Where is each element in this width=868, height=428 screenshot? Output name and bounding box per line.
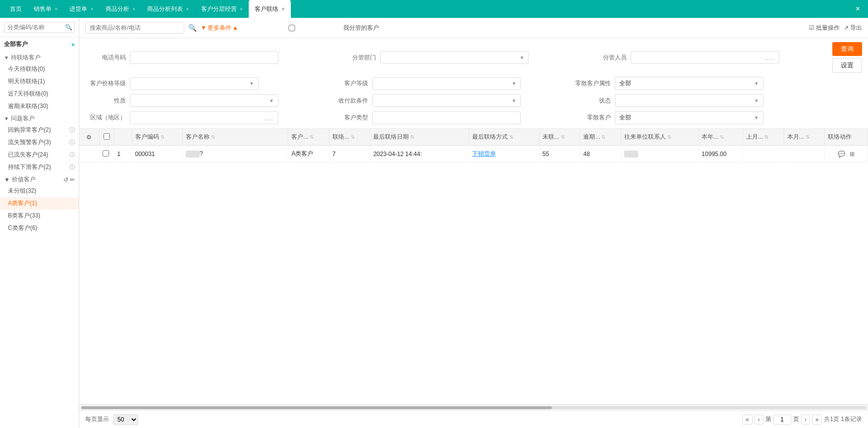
th-code[interactable]: 客户编码 ⇅ bbox=[132, 129, 182, 146]
status-dropdown[interactable]: ▼ bbox=[615, 94, 763, 107]
nav-customer-contact[interactable]: 客户联络 × bbox=[249, 0, 290, 18]
close-purchase-tab[interactable]: × bbox=[90, 0, 93, 18]
page-input[interactable] bbox=[773, 415, 791, 425]
close-customer-segment-tab[interactable]: × bbox=[240, 0, 243, 18]
group-pending-contact[interactable]: ▼ 待联络客户 bbox=[0, 52, 79, 63]
close-sales-tab[interactable]: × bbox=[54, 0, 57, 18]
th-settings[interactable]: ⚙ bbox=[79, 129, 99, 146]
select-all-checkbox[interactable] bbox=[104, 133, 110, 140]
sidebar-item-tomorrow[interactable]: 明天待联络(1) bbox=[0, 75, 79, 88]
td-checkbox[interactable] bbox=[99, 146, 114, 162]
grid-icon[interactable]: ⊞ bbox=[850, 151, 855, 158]
retail-attr-dropdown[interactable]: 全部 ▼ bbox=[615, 77, 763, 90]
export-btn[interactable]: ↗ 导出 bbox=[844, 24, 862, 32]
phone-input[interactable] bbox=[130, 51, 278, 64]
customer-level-dropdown[interactable]: ▼ bbox=[372, 77, 521, 90]
sidebar-item-ungrouped[interactable]: 未分组(32) bbox=[0, 185, 79, 197]
prev-page-btn[interactable]: ‹ bbox=[755, 415, 763, 425]
nav-product-analysis[interactable]: 商品分析 × bbox=[100, 0, 141, 18]
bulk-operation-btn[interactable]: ☑ 批量操作 bbox=[809, 24, 840, 32]
first-page-btn[interactable]: « bbox=[742, 415, 753, 425]
price-level-dropdown[interactable]: ▼ bbox=[130, 77, 259, 90]
my-customers-check[interactable]: 我分管的客户 bbox=[242, 24, 379, 32]
window-close-btn[interactable]: × bbox=[852, 4, 864, 13]
edit-icon[interactable]: ✏ bbox=[70, 176, 75, 183]
sidebar-item-7days[interactable]: 近7天待联络(0) bbox=[0, 88, 79, 100]
main-content: 🔍 ▼ 更多条件 ▲ 我分管的客户 ☑ 批量操作 ↗ 导出 bbox=[79, 18, 868, 428]
th-overdue[interactable]: 逾期... ⇅ bbox=[580, 129, 621, 146]
horizontal-scrollbar[interactable] bbox=[79, 404, 868, 410]
nav-sales[interactable]: 销售单 × bbox=[28, 0, 63, 18]
sidebar-item-class-b[interactable]: B类客户(33) bbox=[0, 210, 79, 222]
sort-type: ⇅ bbox=[310, 134, 314, 140]
sidebar-item-repurchase-abnormal[interactable]: 回购异常客户(2) ⓘ bbox=[0, 124, 79, 136]
more-filter-btn[interactable]: ▼ 更多条件 ▲ bbox=[201, 24, 238, 32]
info-churn-warning[interactable]: ⓘ bbox=[69, 139, 75, 146]
customer-type-input[interactable] bbox=[372, 111, 521, 124]
chat-icon[interactable]: 💬 bbox=[838, 151, 845, 158]
sidebar-item-class-a[interactable]: A类客户(1) bbox=[0, 197, 79, 210]
department-dropdown[interactable]: ▼ bbox=[380, 51, 529, 64]
settings-button[interactable]: 设置 bbox=[832, 58, 862, 73]
td-this-year: 10995.00 bbox=[699, 146, 743, 162]
gear-icon[interactable]: ⚙ bbox=[86, 134, 92, 141]
close-customer-contact-tab[interactable]: × bbox=[281, 0, 284, 18]
collapse-icon[interactable]: « bbox=[71, 41, 75, 48]
refresh-icon[interactable]: ↺ bbox=[63, 176, 68, 183]
sidebar-item-churn-warning[interactable]: 流失预警客户(3) ⓘ bbox=[0, 136, 79, 149]
th-name[interactable]: 客户名称 ⇅ bbox=[182, 129, 288, 146]
nav-home[interactable]: 首页 bbox=[4, 0, 28, 18]
th-uncontacted[interactable]: 未联... ⇅ bbox=[539, 129, 580, 146]
td-code: 000031 bbox=[132, 146, 182, 162]
th-this-month[interactable]: 本月... ⇅ bbox=[784, 129, 825, 146]
close-product-list-tab[interactable]: × bbox=[186, 0, 189, 18]
th-contact-count[interactable]: 联络... ⇅ bbox=[329, 129, 370, 146]
retail-customer-dropdown[interactable]: 全部 ▼ bbox=[615, 111, 763, 124]
arrow-value: ▼ bbox=[4, 176, 10, 183]
scroll-thumb[interactable] bbox=[81, 406, 552, 409]
td-last-contact-method[interactable]: 下销货单 bbox=[469, 146, 539, 162]
group-value-customers[interactable]: ▼ 价值客户 ↺ ✏ bbox=[0, 173, 79, 185]
sidebar-search-icon[interactable]: 🔍 bbox=[65, 24, 72, 31]
table-row: 1 000031 ? A类客户 7 2023-04-12 14:44: 下销货单… bbox=[79, 146, 868, 162]
info-repurchase[interactable]: ⓘ bbox=[69, 126, 75, 134]
th-last-contact-date[interactable]: 最后联络日期 ⇅ bbox=[370, 129, 469, 146]
th-last-contact-method[interactable]: 最后联络方式 ⇅ bbox=[469, 129, 539, 146]
info-declining[interactable]: ⓘ bbox=[69, 163, 75, 171]
th-this-year[interactable]: 本年... ⇅ bbox=[699, 129, 743, 146]
sidebar-item-overdue[interactable]: 逾期未联络(30) bbox=[0, 100, 79, 112]
last-page-btn[interactable]: » bbox=[812, 415, 822, 425]
contact-method-link[interactable]: 下销货单 bbox=[472, 150, 496, 157]
search-btn[interactable]: 🔍 bbox=[188, 24, 197, 32]
sidebar-item-class-c[interactable]: C类客户(6) bbox=[0, 222, 79, 234]
filter-customer-type: 客户类型 bbox=[327, 111, 560, 124]
person-input[interactable]: ... bbox=[631, 51, 779, 64]
th-last-month[interactable]: 上月... ⇅ bbox=[743, 129, 784, 146]
my-customers-checkbox[interactable] bbox=[242, 25, 341, 31]
arrow-pending: ▼ bbox=[4, 55, 9, 60]
close-product-analysis-tab[interactable]: × bbox=[132, 0, 135, 18]
group-problem-customers[interactable]: ▼ 问题客户 bbox=[0, 112, 79, 124]
region-input[interactable]: ... bbox=[130, 111, 278, 124]
search-input[interactable] bbox=[85, 22, 184, 34]
payment-dropdown[interactable]: ▼ bbox=[372, 94, 521, 107]
query-button[interactable]: 查询 bbox=[832, 42, 862, 56]
page-size-select[interactable]: 50 100 200 bbox=[113, 414, 138, 425]
nav-product-list[interactable]: 商品分析列表 × bbox=[141, 0, 195, 18]
sidebar-item-declining[interactable]: 持续下滑客户(2) ⓘ bbox=[0, 161, 79, 173]
next-page-btn[interactable]: › bbox=[801, 415, 810, 425]
th-customer-type[interactable]: 客户... ⇅ bbox=[288, 129, 329, 146]
nav-purchase[interactable]: 进货单 × bbox=[63, 0, 99, 18]
th-checkbox[interactable] bbox=[99, 129, 114, 146]
nav-customer-segment[interactable]: 客户分层经营 × bbox=[195, 0, 249, 18]
row-checkbox[interactable] bbox=[103, 150, 109, 157]
th-contact-person[interactable]: 往来单位联系人 ⇅ bbox=[621, 129, 698, 146]
sidebar-search-input[interactable] bbox=[4, 22, 75, 33]
nature-dropdown[interactable]: ▼ bbox=[130, 94, 278, 107]
sort-date: ⇅ bbox=[410, 134, 414, 140]
sidebar-item-churned[interactable]: 已流失客户(24) ⓘ bbox=[0, 149, 79, 161]
sidebar-item-today[interactable]: 今天待联络(0) bbox=[0, 63, 79, 75]
info-churned[interactable]: ⓘ bbox=[69, 151, 75, 159]
sidebar-all-customers[interactable]: 全部客户 « bbox=[0, 37, 79, 52]
filter-phone: 电话号码 bbox=[85, 51, 326, 64]
